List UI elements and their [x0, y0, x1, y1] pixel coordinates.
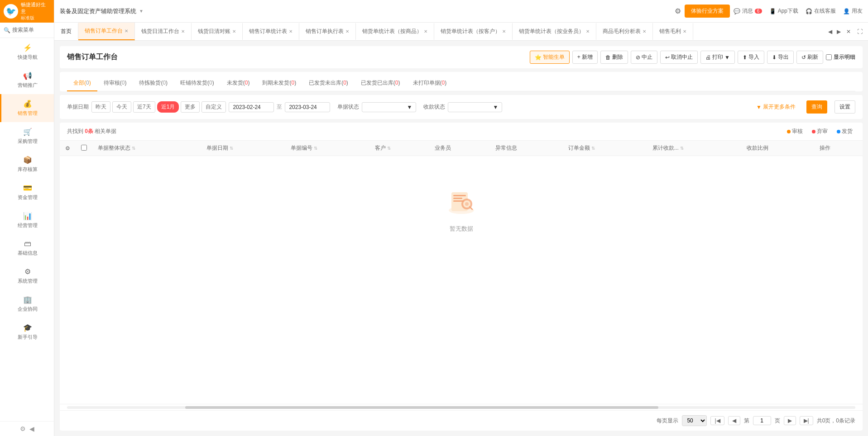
filter-tab-pending-inspect[interactable]: 待拣验货(0): [133, 76, 174, 91]
table-scroll[interactable]: ⚙ 单据整体状态 ⇅ 单据日期 ⇅ 单据编号: [60, 141, 863, 404]
tab-sales-profit[interactable]: 销售毛利 ✕: [653, 23, 693, 40]
tab-sales-exec[interactable]: 销售订单执行表 ✕: [299, 23, 356, 40]
tab-close-all[interactable]: ✕: [844, 28, 854, 36]
sort-customer-icon[interactable]: ⇅: [387, 146, 391, 151]
topbar-settings-icon[interactable]: ⚙: [675, 7, 681, 15]
th-checkbox[interactable]: [76, 141, 92, 156]
select-all-checkbox[interactable]: [81, 145, 87, 151]
add-btn[interactable]: + 新增: [572, 51, 598, 64]
filter-tab-not-printed[interactable]: 未打印单据(0): [407, 76, 453, 91]
filter-tab-shipped-not-out[interactable]: 已发货未出库(0): [302, 76, 355, 91]
sidebar-item-enterprise[interactable]: 🏢 企业协同: [0, 290, 54, 318]
date-from-input[interactable]: [229, 102, 274, 112]
last-page-btn[interactable]: ▶|: [800, 416, 813, 425]
sidebar-item-purchase[interactable]: 🛒 采购管理: [0, 122, 54, 150]
sidebar-search[interactable]: 🔍 搜索菜单: [0, 23, 54, 38]
page-input[interactable]: [753, 416, 771, 425]
sidebar-item-operations[interactable]: 📊 经营管理: [0, 206, 54, 234]
tab-sales-summary-product[interactable]: 销货单统计表（按商品） ✕: [356, 23, 434, 40]
cancel-abort-btn[interactable]: ↩ 取消中止: [660, 51, 698, 64]
filter-tab-wangpu-ship[interactable]: 旺铺待发货(0): [174, 76, 221, 91]
sidebar-item-quick-nav[interactable]: ⚡ 快捷导航: [0, 38, 54, 66]
prev-page-btn[interactable]: ◀: [728, 416, 740, 425]
date-btn-1month[interactable]: 近1月: [157, 101, 179, 113]
filter-tab-all[interactable]: 全部(0): [67, 76, 97, 91]
sidebar-item-system[interactable]: ⚙ 系统管理: [0, 262, 54, 290]
online-service-btn[interactable]: 🎧 在线客服: [806, 7, 836, 15]
tab-scroll-right[interactable]: ▶: [835, 28, 843, 36]
tab-cash-reconcile[interactable]: 钱货日清对账 ✕: [192, 23, 243, 40]
ai-generate-btn[interactable]: ⭐ 智能生单: [530, 51, 570, 64]
batch-ship-btn[interactable]: 发货: [834, 126, 855, 137]
first-page-btn[interactable]: |◀: [710, 416, 724, 425]
settings-query-btn[interactable]: 设置: [834, 100, 855, 114]
tab-scroll-left[interactable]: ◀: [826, 28, 834, 36]
date-btn-today[interactable]: 今天: [112, 101, 131, 113]
app-download-btn[interactable]: 📱 App下载: [769, 7, 798, 15]
tab-close-cash-reconcile[interactable]: ✕: [232, 29, 236, 34]
payment-select[interactable]: ▼: [448, 102, 502, 112]
tab-sales-summary-customer[interactable]: 销货单统计表（按客户） ✕: [434, 23, 513, 40]
tab-close-sales-stats[interactable]: ✕: [289, 29, 293, 34]
tab-close-cash-daily[interactable]: ✕: [181, 29, 185, 34]
sort-amount-icon[interactable]: ⇅: [591, 146, 595, 151]
next-page-btn[interactable]: ▶: [784, 416, 796, 425]
sidebar-item-marketing[interactable]: 📢 营销推广: [0, 66, 54, 94]
date-btn-more[interactable]: 更多: [181, 101, 200, 113]
sidebar-item-inventory[interactable]: 📦 库存核算: [0, 150, 54, 178]
tab-close-sales-profit[interactable]: ✕: [683, 29, 686, 34]
status-select[interactable]: ▼: [362, 102, 416, 112]
sidebar-settings-btn[interactable]: ⚙: [20, 425, 26, 432]
tab-close-sales-workbench[interactable]: ✕: [125, 28, 128, 33]
tab-sales-workbench[interactable]: 销售订单工作台 ✕: [78, 23, 135, 40]
tab-close-sales-summary-product[interactable]: ✕: [424, 29, 427, 34]
message-btn[interactable]: 💬 消息 6: [734, 7, 762, 15]
sort-number-icon[interactable]: ⇅: [314, 146, 317, 151]
tab-sales-stats[interactable]: 销售订单统计表 ✕: [243, 23, 299, 40]
batch-unreviewed-btn[interactable]: 弃审: [809, 126, 830, 137]
filter-tab-pending-review[interactable]: 待审核(0): [97, 76, 133, 91]
tab-cash-daily[interactable]: 钱货日清工作台 ✕: [135, 23, 192, 40]
tab-margin-analysis[interactable]: 商品毛利分析表 ✕: [596, 23, 653, 40]
tab-sales-summary-staff[interactable]: 销货单统计表（按业务员） ✕: [513, 23, 596, 40]
th-settings[interactable]: ⚙: [60, 141, 76, 156]
sidebar-item-guide[interactable]: 🎓 新手引导: [0, 318, 54, 346]
show-detail-checkbox[interactable]: [826, 54, 832, 60]
sidebar-item-finance[interactable]: 💳 资金管理: [0, 178, 54, 206]
expand-conditions-btn[interactable]: ▼ 展开更多条件: [756, 103, 796, 111]
tab-home[interactable]: 首页: [54, 23, 78, 40]
refresh-btn[interactable]: ↺ 刷新: [796, 51, 823, 64]
filter-tab-not-shipped[interactable]: 未发货(0): [221, 76, 256, 91]
date-btn-yesterday[interactable]: 昨天: [91, 101, 110, 113]
horizontal-scrollbar[interactable]: [60, 404, 863, 410]
tab-fullscreen[interactable]: ⛶: [854, 28, 865, 36]
tab-close-sales-summary-customer[interactable]: ✕: [502, 29, 506, 34]
delete-btn[interactable]: 🗑 删除: [600, 51, 628, 64]
abort-btn[interactable]: ⊘ 中止: [631, 51, 657, 64]
tab-close-margin-analysis[interactable]: ✕: [643, 29, 646, 34]
tab-close-sales-exec[interactable]: ✕: [345, 29, 349, 34]
sidebar-collapse-btn[interactable]: ◀: [29, 425, 34, 432]
filter-tab-shipped-out[interactable]: 已发货已出库(0): [355, 76, 407, 91]
export-btn[interactable]: ⬇ 导出: [767, 51, 794, 64]
sort-status-icon[interactable]: ⇅: [132, 146, 135, 151]
sort-collected-icon[interactable]: ⇅: [680, 146, 684, 151]
sort-date-icon[interactable]: ⇅: [230, 146, 233, 151]
show-detail-checkbox-label[interactable]: 显示明细: [826, 53, 855, 61]
industry-btn[interactable]: 体验行业方案: [685, 5, 730, 18]
data-table: ⚙ 单据整体状态 ⇅ 单据日期 ⇅ 单据编号: [60, 141, 863, 156]
topbar-dropdown-arrow[interactable]: ▼: [139, 9, 144, 14]
user-btn[interactable]: 👤 用友: [843, 7, 863, 15]
sidebar-item-sales[interactable]: 💰 销售管理: [0, 94, 54, 122]
query-btn[interactable]: 查询: [806, 100, 827, 114]
date-btn-custom[interactable]: 自定义: [201, 101, 226, 113]
filter-tab-overdue-ship[interactable]: 到期未发货(0): [256, 76, 302, 91]
date-btn-7days[interactable]: 近7天: [133, 101, 155, 113]
batch-review-btn[interactable]: 审核: [784, 126, 806, 137]
import-btn[interactable]: ⬆ 导入: [738, 51, 764, 64]
sidebar-item-basic-info[interactable]: 🗃 基础信息: [0, 234, 54, 262]
page-size-select[interactable]: 50 10 20 100: [682, 415, 707, 426]
print-btn[interactable]: 🖨 打印 ▼: [700, 51, 735, 64]
tab-close-sales-summary-staff[interactable]: ✕: [586, 29, 590, 34]
date-to-input[interactable]: [285, 102, 330, 112]
